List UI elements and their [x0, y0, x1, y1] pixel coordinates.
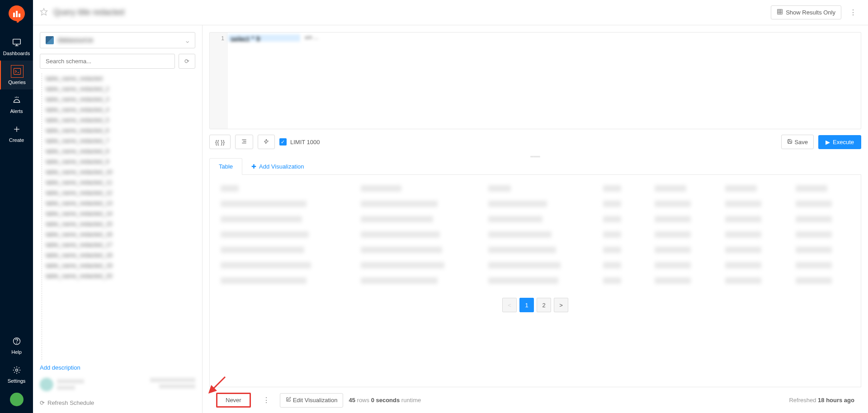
resize-handle[interactable]: ═══: [209, 155, 861, 158]
table-header-row: [216, 181, 854, 196]
add-description-link[interactable]: Add description: [40, 364, 195, 371]
datasource-select[interactable]: datasource ⌄: [40, 32, 195, 48]
svg-marker-26: [264, 139, 268, 144]
results-table[interactable]: < 1 2 >: [209, 175, 861, 387]
svg-point-15: [16, 343, 17, 343]
visualization-tabs: Table ✚ Add Visualization: [209, 158, 861, 175]
gear-icon: [10, 364, 23, 376]
nav-label: Help: [11, 349, 22, 355]
table-row[interactable]: [216, 227, 854, 242]
edit-visualization-button[interactable]: Edit Visualization: [280, 393, 344, 408]
refresh-schedule-label: ⟳ Refresh Schedule: [40, 399, 195, 406]
execute-button[interactable]: ▶ Execute: [818, 135, 861, 149]
svg-point-16: [15, 369, 18, 371]
schedule-more-icon[interactable]: ⋮: [258, 393, 274, 407]
play-icon: ▶: [826, 139, 830, 145]
svg-line-10: [15, 97, 15, 98]
monitor-icon: [10, 36, 23, 49]
tab-table[interactable]: Table: [209, 158, 242, 175]
bell-icon: [10, 94, 23, 107]
svg-rect-6: [14, 68, 20, 74]
format-button[interactable]: [235, 135, 253, 149]
refresh-schema-button[interactable]: ⟳: [179, 54, 195, 69]
page-title[interactable]: Query title redacted: [53, 8, 124, 17]
autocomplete-button[interactable]: [258, 135, 275, 149]
plus-icon: ✚: [251, 163, 256, 170]
row-count-label: 45 rows 0 seconds runtime: [349, 397, 421, 404]
app-logo[interactable]: [8, 5, 26, 23]
svg-rect-18: [778, 9, 783, 14]
app-sidebar: Dashboards Queries Alerts Create Help Se…: [0, 0, 33, 413]
nav-queries[interactable]: Queries: [0, 61, 33, 89]
sql-selection: select * fr: [228, 34, 300, 42]
schema-search-input[interactable]: [40, 54, 175, 69]
page-2-button[interactable]: 2: [537, 298, 551, 312]
svg-marker-17: [41, 8, 47, 15]
postgres-icon: [46, 36, 54, 44]
schema-panel: datasource ⌄ ⟳ table_name_redacted table…: [33, 25, 203, 413]
plus-icon: [10, 123, 23, 136]
query-owner: [40, 378, 84, 391]
nav-label: Settings: [8, 378, 26, 384]
svg-rect-3: [13, 39, 20, 44]
nav-label: Dashboards: [3, 51, 30, 56]
sql-editor[interactable]: 1 select * fr om ...: [209, 32, 861, 129]
user-avatar[interactable]: [10, 393, 24, 406]
pagination: < 1 2 >: [215, 298, 855, 312]
checkbox-checked-icon: ✓: [279, 138, 287, 145]
svg-rect-2: [19, 14, 20, 17]
more-menu-icon[interactable]: ⋮: [845, 5, 861, 19]
page-1-button[interactable]: 1: [519, 298, 534, 312]
save-icon: [787, 139, 793, 145]
schedule-never-button[interactable]: Never: [216, 393, 251, 408]
refresh-icon: ⟳: [40, 399, 45, 406]
page-next-button[interactable]: >: [554, 298, 568, 312]
nav-settings[interactable]: Settings: [0, 359, 33, 388]
page-prev-button[interactable]: <: [502, 298, 517, 312]
params-button[interactable]: {{ }}: [209, 135, 231, 149]
show-results-only-button[interactable]: Show Results Only: [771, 5, 841, 19]
format-icon: [241, 138, 247, 146]
table-row[interactable]: [216, 243, 854, 257]
nav-label: Alerts: [10, 108, 23, 114]
limit-checkbox[interactable]: ✓ LIMIT 1000: [279, 138, 320, 145]
chevron-down-icon: ⌄: [184, 36, 190, 45]
svg-rect-1: [16, 11, 18, 17]
table-row[interactable]: [216, 212, 854, 226]
nav-label: Queries: [8, 80, 26, 85]
nav-create[interactable]: Create: [0, 118, 33, 147]
save-button[interactable]: Save: [781, 135, 814, 149]
tab-add-visualization[interactable]: ✚ Add Visualization: [242, 158, 313, 174]
refresh-icon: ⟳: [184, 58, 189, 65]
table-row[interactable]: [216, 258, 854, 272]
svg-line-11: [18, 97, 18, 98]
topbar: Query title redacted Show Results Only ⋮: [33, 0, 868, 25]
table-row[interactable]: [216, 273, 854, 288]
refreshed-label: Refreshed 18 hours ago: [789, 397, 854, 404]
star-icon[interactable]: [40, 8, 48, 18]
nav-alerts[interactable]: Alerts: [0, 89, 33, 118]
bolt-icon: [264, 138, 269, 146]
edit-icon: [286, 397, 291, 404]
nav-label: Create: [9, 137, 24, 143]
grid-icon: [777, 9, 783, 16]
nav-help[interactable]: Help: [0, 330, 33, 359]
help-icon: [10, 335, 23, 347]
terminal-icon: [11, 65, 24, 78]
table-row[interactable]: [216, 197, 854, 211]
editor-toolbar: {{ }} ✓ LIMIT 1000 Save ▶ Execute: [209, 129, 861, 155]
svg-rect-0: [13, 13, 15, 17]
owner-avatar-icon: [40, 378, 53, 391]
editor-gutter: 1: [210, 33, 228, 129]
nav-dashboards[interactable]: Dashboards: [0, 32, 33, 61]
schema-list[interactable]: table_name_redacted table_name_redacted_…: [42, 73, 195, 360]
